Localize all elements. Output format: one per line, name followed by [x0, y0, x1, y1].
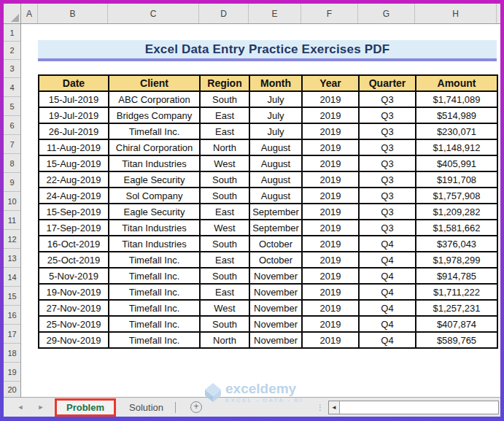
cell-B5[interactable]: 15-Jul-2019	[39, 91, 109, 107]
row-number-11[interactable]: 11	[4, 211, 20, 230]
row-number-3[interactable]: 3	[4, 60, 20, 78]
col-letter-E[interactable]: E	[249, 4, 301, 23]
cell-C12[interactable]: Eagle Security	[109, 204, 200, 220]
cell-G14[interactable]: Q4	[359, 236, 416, 252]
row-number-15[interactable]: 15	[4, 287, 20, 306]
cell-C8[interactable]: Chiral Corporation	[109, 139, 200, 155]
cell-H4[interactable]: Amount	[416, 75, 497, 91]
col-letter-B[interactable]: B	[38, 4, 108, 23]
cell-E17[interactable]: November	[249, 284, 302, 300]
cell-E5[interactable]: July	[249, 91, 302, 107]
cell-H18[interactable]: $1,257,231	[416, 300, 497, 316]
cell-B10[interactable]: 22-Aug-2019	[39, 171, 109, 188]
row-number-7[interactable]: 7	[4, 135, 20, 154]
cell-C13[interactable]: Titan Industries	[109, 220, 200, 236]
cell-D10[interactable]: South	[200, 171, 249, 188]
cell-G15[interactable]: Q4	[359, 252, 416, 268]
cell-D17[interactable]: East	[200, 284, 249, 300]
cell-D15[interactable]: East	[200, 252, 249, 268]
scroll-left-icon[interactable]: ◄	[329, 401, 340, 414]
col-letter-F[interactable]: F	[301, 4, 358, 23]
cell-B19[interactable]: 25-Nov-2019	[39, 316, 109, 332]
cell-D18[interactable]: West	[200, 300, 249, 316]
cell-G17[interactable]: Q4	[359, 284, 416, 300]
cell-B4[interactable]: Date	[39, 75, 109, 91]
cell-D4[interactable]: Region	[200, 75, 249, 91]
cell-B13[interactable]: 17-Sep-2019	[39, 220, 109, 236]
cell-C10[interactable]: Eagle Security	[109, 171, 200, 188]
cell-H17[interactable]: $1,711,222	[416, 284, 497, 300]
cell-B12[interactable]: 15-Sep-2019	[39, 204, 109, 220]
row-number-12[interactable]: 12	[4, 230, 20, 249]
cell-F8[interactable]: 2019	[302, 139, 359, 155]
cell-E12[interactable]: September	[249, 204, 302, 220]
cell-C20[interactable]: Timefall Inc.	[109, 332, 200, 348]
cell-H6[interactable]: $514,989	[416, 107, 497, 123]
cell-E18[interactable]: November	[249, 300, 302, 316]
col-letter-G[interactable]: G	[358, 4, 415, 23]
cell-B14[interactable]: 16-Oct-2019	[39, 236, 109, 252]
cell-E16[interactable]: November	[249, 268, 302, 284]
cell-C5[interactable]: ABC Corporation	[109, 91, 200, 107]
cell-H16[interactable]: $914,785	[416, 268, 497, 284]
cell-B11[interactable]: 24-Aug-2019	[39, 188, 109, 204]
cell-C4[interactable]: Client	[109, 75, 200, 91]
cell-F9[interactable]: 2019	[302, 155, 359, 171]
cell-H13[interactable]: $1,581,662	[416, 220, 497, 236]
cell-F7[interactable]: 2019	[302, 123, 359, 139]
cell-E4[interactable]: Month	[249, 75, 302, 91]
cell-G8[interactable]: Q3	[359, 139, 416, 155]
row-number-13[interactable]: 13	[4, 249, 20, 268]
row-number-14[interactable]: 14	[4, 268, 20, 287]
row-number-10[interactable]: 10	[4, 192, 20, 211]
cell-G7[interactable]: Q3	[359, 123, 416, 139]
cell-H14[interactable]: $376,043	[416, 236, 497, 252]
add-sheet-button[interactable]: +	[190, 401, 202, 413]
cell-D13[interactable]: West	[200, 220, 249, 236]
scrollbar-track[interactable]	[340, 401, 498, 414]
col-letter-H[interactable]: H	[415, 4, 497, 23]
cell-E20[interactable]: November	[249, 332, 302, 348]
next-sheet-icon[interactable]: ►	[36, 403, 46, 411]
cell-D12[interactable]: East	[200, 204, 249, 220]
cell-H10[interactable]: $191,708	[416, 171, 497, 188]
row-number-6[interactable]: 6	[4, 116, 20, 135]
cell-G20[interactable]: Q4	[359, 332, 416, 348]
cell-F4[interactable]: Year	[302, 75, 359, 91]
cell-G9[interactable]: Q3	[359, 155, 416, 171]
cell-E6[interactable]: July	[249, 107, 302, 123]
cell-G18[interactable]: Q4	[359, 300, 416, 316]
tab-problem[interactable]: Problem	[66, 402, 104, 413]
cell-D5[interactable]: South	[200, 91, 249, 107]
row-number-1[interactable]: 1	[4, 24, 20, 42]
cell-C14[interactable]: Titan Industries	[109, 236, 200, 252]
cell-F18[interactable]: 2019	[302, 300, 359, 316]
cell-C16[interactable]: Timefall Inc.	[109, 268, 200, 284]
cell-G4[interactable]: Quarter	[359, 75, 416, 91]
cell-B18[interactable]: 27-Nov-2019	[39, 300, 109, 316]
cell-F14[interactable]: 2019	[302, 236, 359, 252]
cell-E19[interactable]: November	[249, 316, 302, 332]
cell-H5[interactable]: $1,741,089	[416, 91, 497, 107]
cell-H15[interactable]: $1,978,299	[416, 252, 497, 268]
scrollbar-grip-icon[interactable]: ⋮	[317, 403, 324, 412]
cell-E15[interactable]: October	[249, 252, 302, 268]
cell-B15[interactable]: 25-Oct-2019	[39, 252, 109, 268]
row-number-20[interactable]: 20	[4, 382, 20, 398]
cell-E11[interactable]: August	[249, 188, 302, 204]
row-number-2[interactable]: 2	[4, 42, 20, 60]
cell-E13[interactable]: September	[249, 220, 302, 236]
cell-F17[interactable]: 2019	[302, 284, 359, 300]
row-number-17[interactable]: 17	[4, 325, 20, 344]
cell-B9[interactable]: 15-Aug-2019	[39, 155, 109, 171]
cell-C9[interactable]: Titan Industries	[109, 155, 200, 171]
cell-D20[interactable]: North	[200, 332, 249, 348]
cell-B7[interactable]: 26-Jul-2019	[39, 123, 109, 139]
cell-G12[interactable]: Q3	[359, 204, 416, 220]
cell-G10[interactable]: Q3	[359, 171, 416, 188]
cell-E10[interactable]: August	[249, 171, 302, 188]
cell-G5[interactable]: Q3	[359, 91, 416, 107]
cell-B17[interactable]: 19-Nov-2019	[39, 284, 109, 300]
cell-G16[interactable]: Q4	[359, 268, 416, 284]
cell-D14[interactable]: South	[200, 236, 249, 252]
